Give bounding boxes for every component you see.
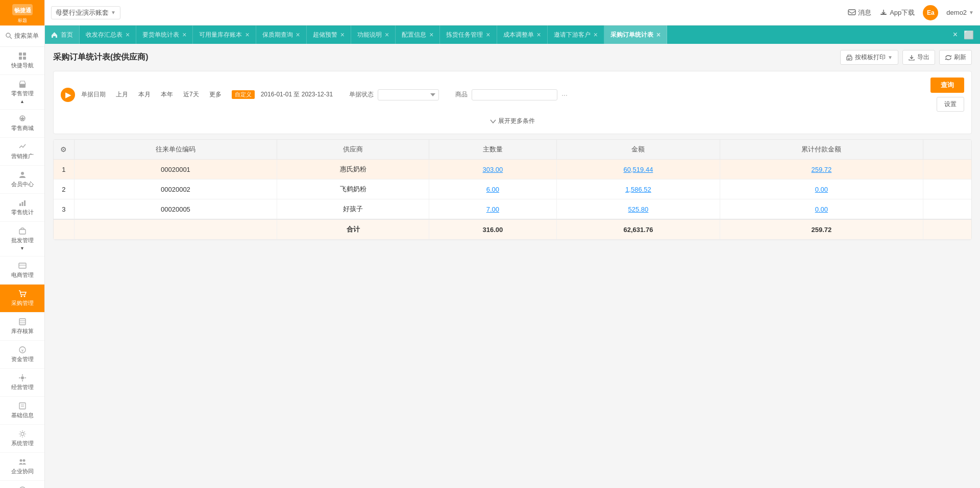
svg-rect-12	[21, 202, 23, 206]
tab-close-icon[interactable]: ×	[656, 31, 660, 38]
user-name: demo2	[946, 9, 967, 16]
footer-paid: 259.72	[720, 219, 923, 240]
date-filter-label: 单据日期	[81, 90, 106, 99]
date-btn-this-month[interactable]: 本月	[134, 89, 155, 100]
app-download-btn[interactable]: App下载	[879, 8, 915, 17]
tab-close-icon[interactable]: ×	[245, 31, 249, 38]
amount-link[interactable]: 525.80	[628, 206, 649, 213]
tab-label: 首页	[61, 31, 73, 39]
tab-purchase-order-stats[interactable]: 采购订单统计表 ×	[604, 25, 667, 44]
column-settings-icon[interactable]: ⚙	[60, 145, 67, 153]
cell-unit-code: 00020005	[74, 199, 277, 220]
cell-quantity: 303.00	[429, 160, 556, 179]
account-selector[interactable]: 母婴行业演示账套 ▼	[51, 6, 120, 19]
tab-close-icon[interactable]: ×	[126, 31, 130, 38]
tab-close-icon[interactable]: ×	[340, 31, 345, 38]
app-logo: 畅捷通 标题	[0, 0, 44, 25]
sidebar-item-retail-mgmt[interactable]: 零售管理 ▲	[0, 75, 44, 110]
tab-close-icon[interactable]: ×	[296, 31, 300, 38]
sidebar-item-new-guide[interactable]: ? 新手引导	[0, 481, 44, 488]
expand-more-btn[interactable]: 展开更多条件	[486, 115, 539, 127]
tab-warranty-query[interactable]: 保质期查询 ×	[256, 25, 307, 44]
tab-receive-summary[interactable]: 收发存汇总表 ×	[80, 25, 136, 44]
sidebar-item-retail-shop[interactable]: 零售商城	[0, 110, 44, 138]
amount-link[interactable]: 60,519.44	[624, 166, 653, 173]
sidebar-item-inventory[interactable]: 库存核算	[0, 313, 44, 341]
print-button[interactable]: 按模板打印 ▼	[840, 50, 898, 65]
sidebar-item-operations[interactable]: 经营管理	[0, 369, 44, 397]
date-btn-7days[interactable]: 近7天	[179, 89, 203, 100]
sidebar-item-basic-info[interactable]: 基础信息	[0, 397, 44, 425]
search-icon	[6, 33, 12, 39]
settings-button[interactable]: 设置	[937, 97, 964, 112]
tab-order-summary[interactable]: 要货单统计表 ×	[136, 25, 193, 44]
tab-label: 成本调整单	[503, 31, 534, 39]
sidebar-item-ecommerce-mgmt[interactable]: 电商管理	[0, 256, 44, 285]
sidebar-item-enterprise-collab[interactable]: 企业协同	[0, 453, 44, 481]
sidebar-item-purchase-mgmt[interactable]: 采购管理	[0, 285, 44, 313]
page-actions: 按模板打印 ▼ 导出 刷新	[840, 50, 972, 65]
query-button[interactable]: 查询	[930, 78, 964, 93]
tab-invite-downstream[interactable]: 邀请下游客户 ×	[548, 25, 604, 44]
finance-icon: ¥	[18, 346, 27, 354]
purchase-icon	[18, 290, 27, 298]
message-btn[interactable]: 消息	[848, 8, 871, 17]
goods-input[interactable]	[472, 89, 557, 100]
tab-close-icon[interactable]: ×	[385, 31, 389, 38]
tab-cost-adjust[interactable]: 成本调整单 ×	[497, 25, 548, 44]
tab-function-desc[interactable]: 功能说明 ×	[351, 25, 396, 44]
cell-supplier: 惠氏奶粉	[277, 160, 429, 179]
expand-filter-btn[interactable]: ▶	[61, 88, 75, 102]
sidebar-item-system-mgmt[interactable]: 系统管理	[0, 425, 44, 453]
quantity-link[interactable]: 6.00	[486, 186, 499, 193]
data-table-container: ⚙ 往来单位编码 供应商 主数量 金额 累计付款金额 1 00020001	[53, 139, 972, 240]
tab-home[interactable]: 首页	[45, 25, 80, 44]
export-button[interactable]: 导出	[902, 50, 935, 65]
sidebar-item-quick-nav[interactable]: 快捷导航	[0, 47, 44, 75]
date-btn-last-month[interactable]: 上月	[112, 89, 132, 100]
close-tab-btn[interactable]: ×	[951, 30, 960, 39]
sidebar-item-member-center[interactable]: 会员中心	[0, 166, 44, 194]
tab-close-icon[interactable]: ×	[429, 31, 433, 38]
quantity-link[interactable]: 7.00	[486, 206, 499, 213]
table-row: 3 00020005 好孩子 7.00 525.80 0.00	[54, 199, 971, 220]
goods-more-icon[interactable]: ···	[561, 91, 568, 99]
tab-close-icon[interactable]: ×	[486, 31, 490, 38]
date-btn-this-year[interactable]: 本年	[157, 89, 177, 100]
maximize-btn[interactable]: ⬜	[962, 30, 976, 40]
svg-rect-25	[19, 403, 26, 409]
chevron-down-icon: ▼	[888, 55, 893, 60]
sidebar-item-finance[interactable]: ¥ 资金管理	[0, 341, 44, 369]
tab-label: 收发存汇总表	[86, 31, 122, 39]
tab-picking-tasks[interactable]: 拣货任务管理 ×	[440, 25, 497, 44]
tab-close-icon[interactable]: ×	[182, 31, 186, 38]
sidebar-item-label: 库存核算	[11, 327, 34, 335]
tab-available-inventory[interactable]: 可用量库存账本 ×	[193, 25, 256, 44]
tab-close-icon[interactable]: ×	[594, 31, 598, 38]
user-avatar[interactable]: Ea	[923, 5, 938, 20]
sidebar-item-retail-stats[interactable]: 零售统计	[0, 194, 44, 222]
quantity-link[interactable]: 303.00	[482, 166, 503, 173]
paid-link[interactable]: 259.72	[812, 166, 832, 173]
member-icon	[18, 171, 27, 179]
tab-close-icon[interactable]: ×	[537, 31, 541, 38]
cell-amount: 1,586.52	[556, 179, 720, 199]
cell-supplier: 好孩子	[277, 199, 429, 220]
user-name-btn[interactable]: demo2 ▼	[946, 9, 974, 16]
paid-link[interactable]: 0.00	[815, 186, 828, 193]
date-range-display: 2016-01-01 至 2023-12-31	[261, 90, 333, 99]
sidebar-item-wholesale-mgmt[interactable]: 批发管理 ▼	[0, 222, 44, 256]
search-menu-item[interactable]: 搜索菜单	[3, 30, 41, 42]
date-btn-more[interactable]: 更多	[205, 89, 226, 100]
paid-link[interactable]: 0.00	[815, 206, 828, 213]
col-supplier: 供应商	[277, 140, 429, 160]
amount-link[interactable]: 1,586.52	[625, 186, 651, 193]
tab-overstock-warning[interactable]: 超储预警 ×	[307, 25, 351, 44]
svg-point-17	[20, 296, 22, 297]
account-name: 母婴行业演示账套	[56, 8, 109, 17]
refresh-button[interactable]: 刷新	[939, 50, 972, 65]
sidebar-item-marketing[interactable]: 营销推广	[0, 138, 44, 166]
status-select[interactable]	[378, 89, 439, 100]
tab-config-info[interactable]: 配置信息 ×	[396, 25, 440, 44]
filter-goods-group: 商品 ···	[455, 89, 568, 100]
